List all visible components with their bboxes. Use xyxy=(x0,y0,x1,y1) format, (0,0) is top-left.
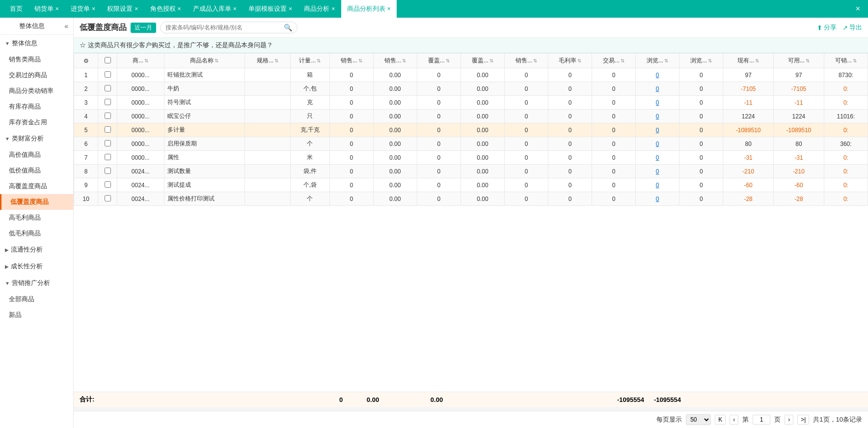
cell-check[interactable] xyxy=(98,137,117,151)
prev-page-button[interactable]: ‹ xyxy=(730,415,738,425)
nav-item-production[interactable]: 产成品入库单 × xyxy=(187,0,243,18)
nav-item-roles[interactable]: 角色授权 × xyxy=(144,0,187,18)
nav-item-sales[interactable]: 销货单 × xyxy=(28,0,65,18)
sidebar-item-in-stock[interactable]: 有库存商品 xyxy=(0,99,73,114)
cell-unit: 个 xyxy=(291,192,329,206)
export-button[interactable]: ↗ 导出 xyxy=(842,23,862,32)
col-settings[interactable]: ⚙ xyxy=(74,54,98,68)
sidebar-group-liquidity[interactable]: ▶ 流通性分析 xyxy=(0,241,73,258)
cell-browse1[interactable]: 0 xyxy=(636,123,679,137)
col-check[interactable] xyxy=(98,54,117,68)
col-browse2[interactable]: 浏览...⇅ xyxy=(679,54,723,68)
cell-check[interactable] xyxy=(98,165,117,178)
horizontal-scrollbar[interactable] xyxy=(74,407,868,411)
period-button[interactable]: 近一月 xyxy=(131,23,156,33)
row-checkbox[interactable] xyxy=(105,140,111,146)
col-sale-amt[interactable]: 销售...⇅ xyxy=(373,54,417,68)
col-sale-ratio[interactable]: 销售...⇅ xyxy=(504,54,548,68)
sidebar-item-traded-goods[interactable]: 交易过的商品 xyxy=(0,67,73,83)
sidebar-collapse-icon[interactable]: « xyxy=(61,22,71,30)
row-checkbox[interactable] xyxy=(105,85,111,91)
cell-browse1[interactable]: 0 xyxy=(636,165,679,178)
col-spec[interactable]: 规格...⇅ xyxy=(245,54,291,68)
row-checkbox[interactable] xyxy=(105,99,111,105)
row-checkbox[interactable] xyxy=(105,168,111,174)
cell-browse1[interactable]: 0 xyxy=(636,96,679,110)
sidebar-item-all-goods[interactable]: 全部商品 xyxy=(0,291,73,307)
cell-browse1[interactable]: 0 xyxy=(636,178,679,192)
cell-check[interactable] xyxy=(98,68,117,82)
sidebar-item-sales-goods[interactable]: 销售类商品 xyxy=(0,52,73,67)
next-page-button[interactable]: › xyxy=(785,415,793,425)
cell-check[interactable] xyxy=(98,82,117,96)
cell-name: 牛奶 xyxy=(164,82,244,96)
sidebar-group-marketing-label: 营销推广分析 xyxy=(12,279,50,287)
row-checkbox[interactable] xyxy=(105,113,111,119)
sidebar-group-marketing[interactable]: ▼ 营销推广分析 xyxy=(0,275,73,291)
select-all-checkbox[interactable] xyxy=(105,57,111,63)
col-unit[interactable]: 计量...⇅ xyxy=(291,54,329,68)
nav-item-template[interactable]: 单据模板设置 × xyxy=(243,0,298,18)
sidebar-item-high-value[interactable]: 高价值商品 xyxy=(0,147,73,163)
cell-check[interactable] xyxy=(98,123,117,137)
table-container[interactable]: ⚙ 商...⇅ 商品名称⇅ 规格...⇅ 计量...⇅ 销售...⇅ 销售...… xyxy=(74,53,868,392)
col-gross[interactable]: 毛利率⇅ xyxy=(548,54,592,68)
last-page-button[interactable]: >| xyxy=(797,415,809,425)
col-code[interactable]: 商...⇅ xyxy=(117,54,164,68)
cell-check[interactable] xyxy=(98,192,117,206)
col-sellable[interactable]: 可销...⇅ xyxy=(824,54,868,68)
first-page-button[interactable]: K xyxy=(715,415,726,425)
nav-item-permissions[interactable]: 权限设置 × xyxy=(101,0,144,18)
col-name[interactable]: 商品名称⇅ xyxy=(164,54,244,68)
col-cov2[interactable]: 覆盖...⇅ xyxy=(461,54,504,68)
col-browse1[interactable]: 浏览...⇅ xyxy=(636,54,679,68)
cell-check[interactable] xyxy=(98,178,117,192)
sidebar-item-low-coverage[interactable]: 低覆盖度商品 xyxy=(0,194,73,210)
sidebar-group-wealth[interactable]: ▼ 类财富分析 xyxy=(0,130,73,147)
cell-browse1[interactable]: 0 xyxy=(636,68,679,82)
row-checkbox[interactable] xyxy=(105,71,111,78)
cell-spec xyxy=(245,123,291,137)
cell-browse1[interactable]: 0 xyxy=(636,82,679,96)
sidebar-group-growth[interactable]: ▶ 成长性分析 xyxy=(0,258,73,275)
col-available[interactable]: 可用...⇅ xyxy=(774,54,824,68)
cell-browse1[interactable]: 0 xyxy=(636,137,679,151)
page-number-input[interactable] xyxy=(753,415,770,425)
sidebar-header-label: 整体信息 xyxy=(2,22,61,30)
sidebar-item-low-value[interactable]: 低价值商品 xyxy=(0,163,73,178)
row-checkbox[interactable] xyxy=(105,181,111,188)
cell-browse1[interactable]: 0 xyxy=(636,110,679,123)
search-icon[interactable]: 🔍 xyxy=(284,24,292,31)
cell-sale-r: 0 xyxy=(504,123,548,137)
search-input[interactable] xyxy=(165,24,282,31)
sidebar-item-high-coverage[interactable]: 高覆盖度商品 xyxy=(0,178,73,194)
cell-browse1[interactable]: 0 xyxy=(636,192,679,206)
col-stock[interactable]: 现有...⇅ xyxy=(723,54,774,68)
nav-item-analysis[interactable]: 商品分析 × xyxy=(298,0,341,18)
sidebar-item-category-rate[interactable]: 商品分类动销率 xyxy=(0,83,73,99)
sidebar-item-high-gross[interactable]: 高毛利商品 xyxy=(0,210,73,226)
cell-check[interactable] xyxy=(98,96,117,110)
sidebar-item-new-goods[interactable]: 新品 xyxy=(0,307,73,323)
col-sale-qty[interactable]: 销售...⇅ xyxy=(329,54,373,68)
row-checkbox[interactable] xyxy=(105,154,111,160)
col-trade[interactable]: 交易...⇅ xyxy=(592,54,636,68)
sidebar-item-low-gross[interactable]: 低毛利商品 xyxy=(0,226,73,241)
col-cov1[interactable]: 覆盖...⇅ xyxy=(417,54,461,68)
cell-cov1: 0 xyxy=(417,96,461,110)
cell-browse1[interactable]: 0 xyxy=(636,151,679,165)
nav-item-purchase[interactable]: 进货单 × xyxy=(65,0,101,18)
nav-item-home[interactable]: 首页 xyxy=(4,0,28,18)
sidebar: 整体信息 « ▼ 整体信息 销售类商品 交易过的商品 商品分类动销率 有库存商品… xyxy=(0,18,74,428)
row-checkbox[interactable] xyxy=(105,195,111,201)
cell-check[interactable] xyxy=(98,151,117,165)
cell-check[interactable] xyxy=(98,110,117,123)
row-checkbox[interactable] xyxy=(105,126,111,133)
nav-item-analysis-list[interactable]: 商品分析列表 × xyxy=(341,0,397,18)
per-page-select[interactable]: 50 20 100 xyxy=(686,414,711,425)
sidebar-group-overall[interactable]: ▼ 整体信息 xyxy=(0,35,73,52)
close-button[interactable]: × xyxy=(852,4,864,13)
search-box[interactable]: 🔍 xyxy=(160,22,298,33)
sidebar-item-stock-capital[interactable]: 库存资金占用 xyxy=(0,114,73,130)
share-button[interactable]: ⬆ 分享 xyxy=(817,23,837,32)
